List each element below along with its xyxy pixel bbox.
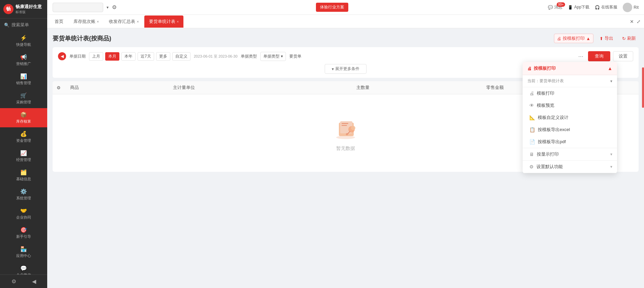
- sidebar-item-guide[interactable]: 🎯 新手引导: [0, 223, 47, 243]
- system-icon: ⚙️: [20, 188, 27, 195]
- svg-rect-4: [342, 125, 347, 126]
- date-more[interactable]: 更多: [156, 52, 170, 61]
- online-service-btn[interactable]: 🎧 在线客服: [595, 4, 617, 10]
- sidebar-search[interactable]: 🔍 搜索菜单: [0, 19, 47, 31]
- tab-home[interactable]: 首页: [50, 15, 68, 28]
- export-icon: ⬆: [599, 36, 603, 41]
- sales-label: 销售管理: [16, 81, 31, 86]
- sidebar-item-finance[interactable]: 💰 资金管理: [0, 127, 47, 147]
- filter-actions: ··· 查询 设置: [576, 51, 633, 61]
- sidebar-item-wechat[interactable]: 💬 企业微信: [0, 262, 47, 275]
- dropdown-template-custom[interactable]: 📐 模板自定义设计: [523, 111, 617, 124]
- template-preview-icon: 👁: [529, 103, 534, 108]
- topbar-gear-icon[interactable]: ⚙: [112, 4, 117, 10]
- select-arrow-icon: ▾: [281, 54, 283, 59]
- tab-close-order-stats[interactable]: ×: [177, 20, 179, 24]
- sidebar-logo: 畅 畅康通好生意 标准版: [0, 0, 47, 19]
- sidebar-item-enterprise[interactable]: 🤝 企业协同: [0, 204, 47, 223]
- export-pdf-icon: 📄: [529, 139, 535, 145]
- query-button[interactable]: 查询: [588, 51, 610, 61]
- dropdown-header-title: 🖨 按模板打印: [527, 65, 556, 71]
- app-download-btn[interactable]: 📱 App下载: [568, 4, 589, 10]
- user-avatar-btn[interactable]: Rit: [623, 3, 639, 12]
- message-btn[interactable]: 💬 消息 99+: [548, 4, 562, 10]
- headset-icon: 🎧: [595, 5, 600, 10]
- template-print-button[interactable]: 🖨 按模板打印 ▲: [554, 34, 593, 43]
- refresh-icon: ↻: [622, 36, 626, 41]
- expand-more-button[interactable]: ▾ 展开更多条件: [325, 64, 367, 74]
- dropdown-template-preview[interactable]: 👁 模板预览: [523, 99, 617, 111]
- filter-more-btn[interactable]: ···: [576, 52, 585, 61]
- export-excel-icon: 📋: [529, 127, 535, 132]
- dropdown-default-function[interactable]: ⚙ 设置默认功能 ▾: [523, 161, 617, 173]
- search-icon: 🔍: [4, 23, 9, 28]
- main-area: ▾ ⚙ 体验行业方案 💬 消息 99+ 📱 App下载 🎧 在线客服 Rit: [47, 0, 644, 288]
- date-prev-month[interactable]: 上月: [89, 52, 103, 61]
- topbar-search-input[interactable]: [53, 3, 103, 12]
- tab-inventory-batch[interactable]: 库存批次账 ×: [69, 15, 104, 28]
- collapse-icon[interactable]: ◀: [32, 278, 36, 285]
- tab-close-inventory-batch[interactable]: ×: [97, 20, 99, 24]
- tabs-bar: 首页 库存批次账 × 收发存汇总表 × 要货单统计表 × ✕ ⤢: [47, 15, 644, 28]
- tab-income-summary[interactable]: 收发存汇总表 ×: [104, 15, 143, 28]
- empty-illustration: [332, 115, 359, 141]
- experience-button[interactable]: 体验行业方案: [316, 3, 348, 12]
- refresh-button[interactable]: ↻ 刷新: [619, 34, 639, 43]
- sidebar-item-sales[interactable]: 📊 销售管理: [0, 70, 47, 89]
- date-current-year[interactable]: 本年: [121, 52, 136, 61]
- inventory-icon: 📦: [20, 111, 27, 118]
- sidebar-item-purchase[interactable]: 🛒 采购管理: [0, 89, 47, 108]
- dropdown-template-print[interactable]: 🖨 模板打印: [523, 87, 617, 99]
- operation-icon: 📈: [20, 150, 27, 156]
- topbar-dropdown-arrow[interactable]: ▾: [107, 5, 109, 10]
- date-last-7days[interactable]: 近7天: [138, 52, 154, 61]
- table-header-quantity: 主数量: [352, 81, 482, 94]
- tab-order-stats[interactable]: 要货单统计表 ×: [144, 15, 183, 28]
- printer-icon-dropdown: 🖨: [527, 66, 532, 71]
- system-label: 系统管理: [16, 196, 31, 201]
- dropdown-export-pdf[interactable]: 📄 按模板导出pdf: [523, 136, 617, 148]
- sales-icon: 📊: [20, 73, 27, 79]
- sidebar-item-inventory[interactable]: 📦 库存核算: [0, 108, 47, 127]
- dropdown-display-print-section: 🖥 按显示打印 ▾: [523, 148, 617, 161]
- guide-label: 新手引导: [16, 234, 31, 239]
- dropdown-display-print[interactable]: 🖥 按显示打印 ▾: [523, 148, 617, 160]
- dropdown-export-excel[interactable]: 📋 按模板导出excel: [523, 124, 617, 136]
- window-close-btn[interactable]: ✕: [630, 19, 634, 24]
- empty-text: 暂无数据: [336, 146, 355, 152]
- date-current-month[interactable]: 本月: [105, 52, 119, 61]
- svg-point-0: [336, 136, 355, 139]
- default-function-icon: ⚙: [529, 164, 534, 169]
- settings-bottom-icon[interactable]: ⚙: [11, 278, 16, 285]
- topbar-right: 💬 消息 99+ 📱 App下载 🎧 在线客服 Rit: [548, 3, 639, 12]
- date-custom[interactable]: 自定义: [172, 52, 191, 61]
- sidebar-nav: ⚡ 快捷导航 📢 营销推广 📊 销售管理 🛒 采购管理 📦 库存核算 💰 资金管…: [0, 31, 47, 275]
- table-header-gear[interactable]: ⚙: [53, 81, 66, 94]
- filter-collapse-btn[interactable]: ◀: [58, 52, 66, 60]
- dropdown-collapse-arrow[interactable]: ▲: [608, 66, 612, 71]
- sidebar-item-basic[interactable]: 🗂️ 基础信息: [0, 166, 47, 185]
- doc-type-select[interactable]: 单据类型 ▾: [260, 52, 286, 61]
- filter-settings-button[interactable]: 设置: [613, 51, 633, 61]
- chevron-up-icon: ▲: [586, 36, 590, 41]
- sidebar-item-marketing[interactable]: 📢 营销推广: [0, 51, 47, 70]
- right-scrollbar[interactable]: [642, 67, 644, 108]
- purchase-label: 采购管理: [16, 100, 31, 105]
- window-expand-btn[interactable]: ⤢: [637, 19, 641, 24]
- guide-icon: 🎯: [20, 227, 27, 233]
- sidebar-item-quick-nav[interactable]: ⚡ 快捷导航: [0, 31, 47, 51]
- sidebar-item-operation[interactable]: 📈 经营管理: [0, 147, 47, 166]
- template-custom-icon: 📐: [529, 115, 535, 120]
- export-button[interactable]: ⬆ 导出: [597, 34, 616, 43]
- current-chevron-icon: ▾: [610, 79, 612, 84]
- sidebar: 畅 畅康通好生意 标准版 🔍 搜索菜单 ⚡ 快捷导航 📢 营销推广 📊 销售管理…: [0, 0, 47, 288]
- svg-point-8: [346, 133, 348, 135]
- appstore-label: 应用中心: [16, 253, 31, 258]
- sidebar-item-appstore[interactable]: 🏪 应用中心: [0, 243, 47, 262]
- enterprise-label: 企业协同: [16, 215, 31, 220]
- sidebar-item-system[interactable]: ⚙️ 系统管理: [0, 185, 47, 204]
- display-print-icon: 🖥: [529, 152, 534, 157]
- tab-close-income-summary[interactable]: ×: [137, 20, 139, 24]
- marketing-icon: 📢: [20, 54, 27, 60]
- printer-icon: 🖨: [557, 36, 561, 41]
